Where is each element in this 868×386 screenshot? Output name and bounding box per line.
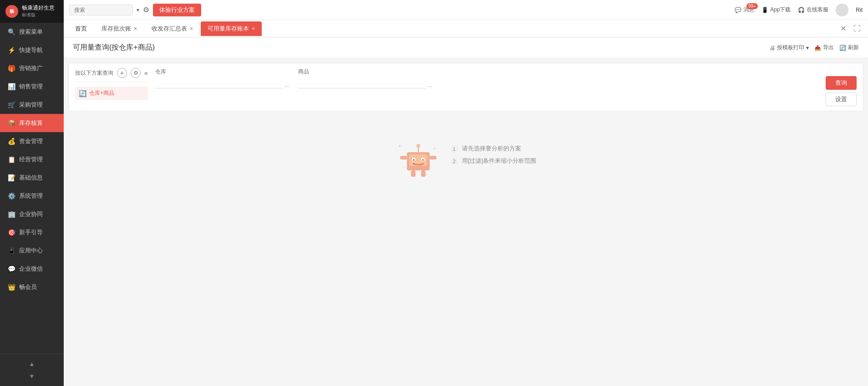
sidebar-label-member: 畅会员: [19, 283, 37, 291]
empty-tip-1-text: 请先选择要分析的方案: [462, 144, 521, 153]
svg-point-7: [416, 144, 420, 148]
expand-tab-button[interactable]: ⛶: [851, 23, 863, 34]
phone-icon: 📱: [761, 7, 768, 13]
close-tab-button[interactable]: ✕: [838, 23, 849, 34]
sidebar-item-purchase[interactable]: 🛒 采购管理: [0, 96, 64, 114]
tab-collect-summary[interactable]: 收发存汇总表 ×: [145, 21, 200, 36]
wechat-icon: 💬: [7, 265, 15, 273]
topbar-dropdown-icon[interactable]: ▾: [137, 7, 139, 13]
sidebar-label-operations: 经营管理: [19, 155, 43, 164]
sidebar-label-finance: 资金管理: [19, 137, 43, 145]
sidebar-label-shortcut: 快捷导航: [19, 46, 43, 54]
tab-label-available-qty: 可用量库存账本: [208, 25, 249, 33]
warehouse-more-btn[interactable]: ...: [284, 82, 289, 88]
topbar-app-download[interactable]: 📱 App下载: [761, 6, 791, 14]
sidebar-item-member[interactable]: 👑 畅会员: [0, 278, 64, 296]
sidebar-label-enterprise: 企业协同: [19, 210, 43, 218]
warehouse-field-label: 仓库: [155, 68, 289, 76]
content-area: 可用量查询(按仓库+商品) 🖨 按模板打印 ▾ 📤 导出 🔄 刷新: [64, 37, 868, 386]
empty-illustration: ✦ ✦ ✦: [396, 134, 441, 180]
warehouse-input[interactable]: [155, 77, 283, 88]
sidebar-item-enterprise[interactable]: 🏢 企业协同: [0, 205, 64, 223]
message-badge: 99+: [746, 3, 758, 9]
page-actions: 🖨 按模板打印 ▾ 📤 导出 🔄 刷新: [770, 44, 859, 51]
tab-close-available-qty[interactable]: ×: [252, 26, 255, 32]
export-button[interactable]: 📤 导出: [814, 44, 834, 51]
sidebar-item-newbie[interactable]: 🎯 新手引导: [0, 223, 64, 242]
tab-close-collect-summary[interactable]: ×: [190, 26, 193, 32]
tabs-right-controls: ✕ ⛶: [838, 23, 863, 34]
refresh-button[interactable]: 🔄 刷新: [839, 44, 859, 51]
empty-tip-1: 1 请先选择要分析的方案: [450, 144, 536, 153]
filter-fields: 仓库 ... 商品 ...: [155, 68, 818, 88]
sidebar-item-wechat[interactable]: 💬 企业微信: [0, 260, 64, 278]
tab-batch-ledger[interactable]: 库存批次账 ×: [95, 21, 144, 36]
filter-collapse-button[interactable]: «: [144, 69, 148, 77]
trial-button[interactable]: 体验行业方案: [153, 4, 201, 16]
sidebar-subtitle: 标准版: [22, 12, 55, 18]
print-dropdown-icon: ▾: [806, 45, 809, 51]
topbar-message[interactable]: 💬 消息 99+: [735, 6, 754, 14]
topbar-online-service[interactable]: 🎧 在线客服: [798, 6, 828, 14]
topbar: ▾ ⚙ 体验行业方案 💬 消息 99+ 📱 App下载 🎧 在线客服 Rit: [64, 0, 868, 20]
scheme-label: 仓库+商品: [89, 89, 114, 97]
svg-text:✦: ✦: [398, 144, 401, 149]
svg-rect-10: [411, 170, 416, 177]
query-button[interactable]: 查询: [826, 76, 857, 90]
filter-header: 按以下方案查询 + ⚙ «: [75, 68, 148, 82]
sidebar-item-operations[interactable]: 📋 经营管理: [0, 150, 64, 169]
tab-home[interactable]: 首页: [68, 21, 94, 36]
empty-state: ✦ ✦ ✦ 1 请先选择要分析的方案 2 用[过滤]条件来缩小分析范围: [64, 116, 868, 198]
print-button[interactable]: 🖨 按模板打印 ▾: [770, 44, 809, 51]
sidebar-label-purchase: 采购管理: [19, 101, 43, 109]
finance-icon: 💰: [7, 137, 15, 145]
tab-bar: 首页 库存批次账 × 收发存汇总表 × 可用量库存账本 × ✕ ⛶: [64, 20, 868, 37]
sidebar-label-newbie: 新手引导: [19, 228, 43, 237]
svg-rect-8: [400, 156, 407, 160]
sidebar-item-sales[interactable]: 📊 销售管理: [0, 77, 64, 96]
sidebar-label-apps: 应用中心: [19, 247, 43, 255]
svg-rect-11: [421, 170, 426, 177]
sidebar-item-apps[interactable]: 📱 应用中心: [0, 242, 64, 260]
sidebar-item-inventory[interactable]: 📦 库存核算: [0, 114, 64, 132]
sidebar-item-basic[interactable]: 📝 基础信息: [0, 169, 64, 187]
user-avatar[interactable]: [836, 4, 848, 16]
sidebar-scroll-down[interactable]: ▼: [0, 370, 64, 382]
sidebar-item-marketing[interactable]: 🎁 营销推广: [0, 59, 64, 77]
scheme-item-warehouse-goods[interactable]: 🔄 仓库+商品: [75, 87, 148, 100]
settings-button[interactable]: 设置: [826, 93, 857, 106]
empty-tip-2-text: 用[过滤]条件来缩小分析范围: [462, 157, 536, 165]
filter-area: 按以下方案查询 + ⚙ « 🔄 仓库+商品 仓库: [68, 63, 863, 111]
apps-icon: 📱: [7, 247, 15, 255]
sidebar-item-shortcut[interactable]: ⚡ 快捷导航: [0, 41, 64, 59]
topbar-search-input[interactable]: [69, 5, 133, 15]
goods-more-btn[interactable]: ...: [427, 82, 432, 88]
filter-scheme-settings-button[interactable]: ⚙: [131, 68, 141, 78]
marketing-icon: 🎁: [7, 64, 15, 72]
svg-text:✦: ✦: [402, 166, 405, 169]
sidebar-item-search[interactable]: 🔍 搜索菜单: [0, 23, 64, 41]
main-area: ▾ ⚙ 体验行业方案 💬 消息 99+ 📱 App下载 🎧 在线客服 Rit 首…: [64, 0, 868, 386]
sidebar-item-system[interactable]: ⚙️ 系统管理: [0, 187, 64, 205]
sidebar-title: 畅康通好生意: [22, 5, 55, 12]
sidebar: 畅 畅康通好生意 标准版 🔍 搜索菜单 ⚡ 快捷导航 🎁 营销推广 📊 销售管理…: [0, 0, 64, 386]
tab-close-batch-ledger[interactable]: ×: [134, 26, 137, 32]
shortcut-icon: ⚡: [7, 46, 15, 54]
goods-input[interactable]: [298, 77, 426, 88]
topbar-gear-icon[interactable]: ⚙: [143, 5, 149, 14]
newbie-icon: 🎯: [7, 228, 15, 237]
sidebar-item-finance[interactable]: 💰 资金管理: [0, 132, 64, 150]
sidebar-label-sales: 销售管理: [19, 82, 43, 91]
tab-available-qty[interactable]: 可用量库存账本 ×: [201, 21, 262, 36]
sales-icon: 📊: [7, 82, 15, 91]
tab-label-home: 首页: [75, 25, 87, 33]
filter-add-button[interactable]: +: [117, 68, 127, 78]
topbar-actions: 💬 消息 99+ 📱 App下载 🎧 在线客服 Rit: [735, 4, 863, 16]
filter-action-buttons: 查询 设置: [826, 68, 857, 106]
sidebar-scroll-up[interactable]: ▲: [0, 358, 64, 370]
filter-scheme-section: 按以下方案查询 + ⚙ « 🔄 仓库+商品: [75, 68, 148, 100]
page-header: 可用量查询(按仓库+商品) 🖨 按模板打印 ▾ 📤 导出 🔄 刷新: [64, 37, 868, 58]
sidebar-header: 畅 畅康通好生意 标准版: [0, 0, 64, 23]
sidebar-label-basic: 基础信息: [19, 174, 43, 182]
sidebar-bottom: ▲ ▼: [0, 354, 64, 386]
